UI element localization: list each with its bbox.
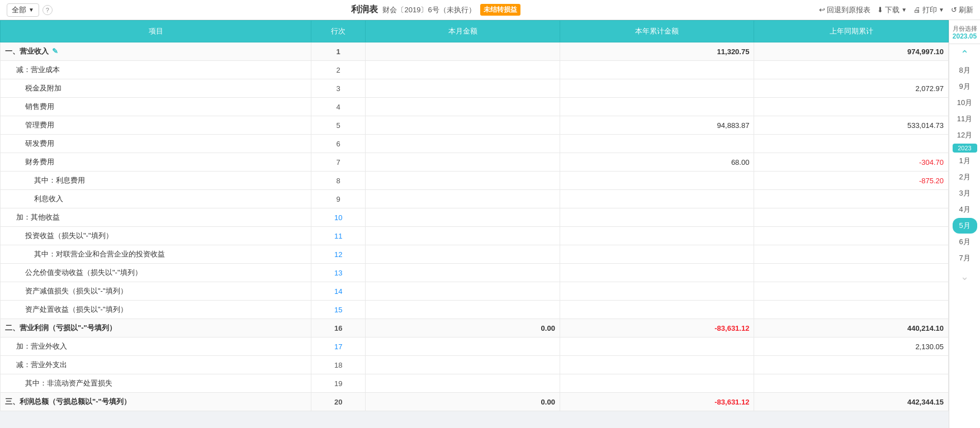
- cell-month: [366, 42, 560, 61]
- cell-month: [366, 172, 560, 190]
- month-item[interactable]: 9月: [953, 79, 977, 94]
- edit-icon[interactable]: ✎: [52, 47, 58, 55]
- table-row: 财务费用768.00-304.70: [1, 153, 949, 172]
- next-year-button[interactable]: ⌄: [959, 269, 970, 284]
- month-item[interactable]: 2023: [953, 144, 977, 153]
- cell-item: 管理费用: [1, 116, 311, 135]
- cell-item: 财务费用: [1, 153, 311, 172]
- cell-item: 其中：对联营企业和合营企业的投资收益: [1, 245, 311, 264]
- cell-month: 0.00: [366, 393, 560, 411]
- print-button[interactable]: 🖨 打印 ▼: [913, 5, 944, 15]
- cell-year: -83,631.12: [560, 393, 754, 411]
- all-selector[interactable]: 全部 ▼: [7, 3, 39, 17]
- month-item[interactable]: 7月: [953, 250, 977, 266]
- table-row: 公允价值变动收益（损失以"-"填列）13: [1, 264, 949, 282]
- cell-item: 三、利润总额（亏损总额以"-"号填列）: [1, 393, 311, 411]
- cell-year: [560, 135, 754, 153]
- cell-line: 5: [311, 116, 366, 135]
- cell-year: [560, 356, 754, 374]
- help-icon[interactable]: ?: [42, 5, 53, 15]
- table-row: 管理费用594,883.87533,014.73: [1, 116, 949, 135]
- cell-line: 12: [311, 245, 366, 264]
- prev-year-button[interactable]: ⌃: [959, 46, 970, 62]
- cell-month: [366, 190, 560, 208]
- month-item[interactable]: 8月: [953, 63, 977, 78]
- back-icon: ↩: [819, 6, 825, 14]
- cell-line: 2: [311, 61, 366, 79]
- cell-line: 9: [311, 190, 366, 208]
- table-row: 加：其他收益10: [1, 208, 949, 227]
- cell-line: 18: [311, 356, 366, 374]
- cell-item: 其中：非流动资产处置损失: [1, 374, 311, 393]
- month-item[interactable]: 12月: [953, 127, 977, 143]
- cell-year: [560, 245, 754, 264]
- cell-prev: 2,130.05: [754, 337, 949, 356]
- table-row: 投资收益（损失以"-"填列）11: [1, 227, 949, 245]
- cell-item: 加：其他收益: [1, 208, 311, 227]
- cell-line: 15: [311, 301, 366, 319]
- report-subtitle: 财会〔2019〕6号（未执行）: [382, 5, 475, 15]
- sidebar-title: 月份选择 2023.05: [949, 22, 980, 44]
- month-item[interactable]: 2月: [953, 169, 977, 185]
- cell-year: 68.00: [560, 153, 754, 172]
- cell-year: [560, 337, 754, 356]
- cell-prev: [754, 264, 949, 282]
- header-item: 项目: [1, 21, 311, 42]
- header-month: 本月金额: [366, 21, 560, 42]
- cell-year: [560, 227, 754, 245]
- cell-month: [366, 98, 560, 116]
- cell-prev: -304.70: [754, 153, 949, 172]
- month-item[interactable]: 5月: [953, 218, 977, 234]
- cell-line: 4: [311, 98, 366, 116]
- table-row: 其中：对联营企业和合营企业的投资收益12: [1, 245, 949, 264]
- cell-year: [560, 264, 754, 282]
- table-row: 一、营业收入✎111,320.75974,997.10: [1, 42, 949, 61]
- month-item[interactable]: 6月: [953, 234, 977, 250]
- top-bar-left: 全部 ▼ ?: [7, 3, 53, 17]
- table-row: 其中：非流动资产处置损失19: [1, 374, 949, 393]
- cell-month: [366, 337, 560, 356]
- refresh-button[interactable]: ↺ 刷新: [951, 5, 973, 15]
- cell-item: 加：营业外收入: [1, 337, 311, 356]
- cell-month: [366, 356, 560, 374]
- cell-line: 19: [311, 374, 366, 393]
- month-item[interactable]: 11月: [953, 111, 977, 127]
- cell-month: [366, 116, 560, 135]
- month-item[interactable]: 4月: [953, 202, 977, 217]
- cell-line: 16: [311, 319, 366, 337]
- cell-item: 公允价值变动收益（损失以"-"填列）: [1, 264, 311, 282]
- cell-month: [366, 135, 560, 153]
- chevron-down-icon: ▼: [29, 7, 34, 13]
- cell-year: [560, 61, 754, 79]
- cell-prev: 440,214.10: [754, 319, 949, 337]
- top-bar-actions: ↩ 回退到原报表 ⬇ 下载 ▼ 🖨 打印 ▼ ↺ 刷新: [819, 5, 973, 15]
- cell-month: [366, 282, 560, 301]
- cell-prev: 442,344.15: [754, 393, 949, 411]
- cell-prev: [754, 374, 949, 393]
- report-title: 利润表: [351, 4, 378, 16]
- cell-line: 14: [311, 282, 366, 301]
- back-to-original-button[interactable]: ↩ 回退到原报表: [819, 5, 870, 15]
- cell-item: 投资收益（损失以"-"填列）: [1, 227, 311, 245]
- cell-item: 研发费用: [1, 135, 311, 153]
- header-line: 行次: [311, 21, 366, 42]
- month-item[interactable]: 3月: [953, 186, 977, 201]
- cell-item: 一、营业收入✎: [1, 42, 311, 61]
- cell-month: 0.00: [366, 319, 560, 337]
- table-row: 减：营业外支出18: [1, 356, 949, 374]
- cell-item: 销售费用: [1, 98, 311, 116]
- month-item[interactable]: 10月: [953, 95, 977, 111]
- table-row: 加：营业外收入172,130.05: [1, 337, 949, 356]
- cell-month: [366, 153, 560, 172]
- cell-item: 二、营业利润（亏损以"-"号填列）: [1, 319, 311, 337]
- cell-line: 17: [311, 337, 366, 356]
- month-item[interactable]: 1月: [953, 153, 977, 169]
- cell-item: 资产处置收益（损失以"-"填列）: [1, 301, 311, 319]
- cell-year: [560, 98, 754, 116]
- cell-line: 3: [311, 79, 366, 98]
- download-chevron-icon: ▼: [901, 7, 907, 13]
- table-row: 利息收入9: [1, 190, 949, 208]
- cell-year: 11,320.75: [560, 42, 754, 61]
- cell-year: -83,631.12: [560, 319, 754, 337]
- download-button[interactable]: ⬇ 下载 ▼: [877, 5, 907, 15]
